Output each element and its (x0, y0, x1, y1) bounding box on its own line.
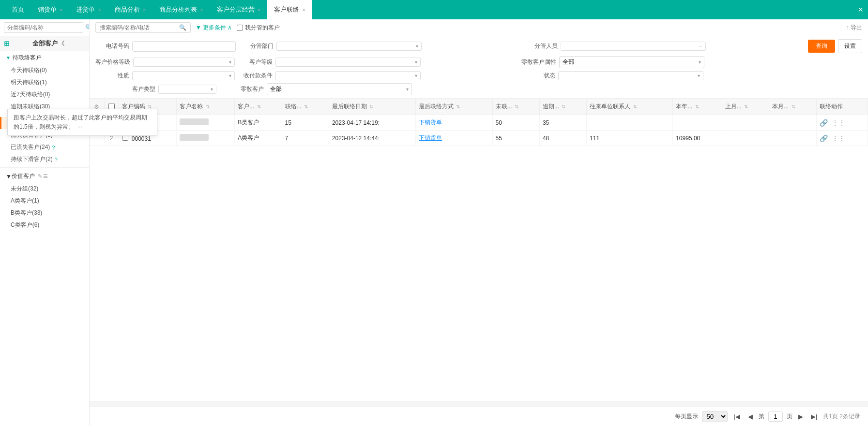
manager-select[interactable]: ··· (561, 42, 706, 51)
sidebar-collapse-button[interactable]: 《 (59, 40, 85, 48)
export-button[interactable]: ↑ 导出 (846, 24, 862, 32)
search-icon[interactable]: 🔍 (179, 24, 186, 31)
tab-close-icon[interactable]: × (258, 7, 260, 13)
tab-close-icon[interactable]: × (200, 7, 203, 13)
sort-icon2[interactable]: ⇅ (206, 104, 210, 109)
col-customer-type: 客户... ⇅ (235, 99, 282, 115)
sidebar-item-class-b[interactable]: B类客户(33) (0, 207, 89, 219)
value-customer-group[interactable]: ▼ 价值客户 ✎ ☰ (0, 170, 89, 183)
dept-field: 分管部门 ▾ (240, 42, 520, 51)
sort-icon7[interactable]: ⇅ (515, 104, 518, 109)
status-select[interactable]: ▾ (558, 71, 703, 80)
more-action-icon[interactable]: ⋮⋮ (832, 119, 845, 127)
sort-icon6[interactable]: ⇅ (456, 104, 460, 109)
manager-field: 分管人员 ··· (524, 42, 804, 51)
tab-close-icon[interactable]: × (143, 7, 146, 13)
settings-button[interactable]: 设置 (838, 39, 862, 53)
window-close-button[interactable]: × (858, 5, 863, 15)
page-input[interactable] (768, 411, 783, 422)
sidebar-item-tomorrow[interactable]: 明天待联络(1) (0, 76, 89, 88)
per-page-select[interactable]: 50 100 200 (702, 411, 728, 422)
dept-label: 分管部门 (240, 42, 274, 50)
already-lost-help-icon[interactable]: ? (52, 145, 55, 150)
chevron-down-icon10: ▾ (406, 87, 409, 92)
tab-product-analysis-list[interactable]: 商品分析列表 × (152, 0, 210, 19)
payment-select[interactable]: ▾ (275, 71, 421, 80)
price-level-field: 客户价格等级 ▾ (95, 58, 235, 67)
action-icon-group2: 🔗 ⋮⋮ (820, 134, 865, 142)
price-level-select[interactable]: ▾ (133, 58, 235, 67)
sidebar-item-class-a[interactable]: A类客户(1) (0, 195, 89, 207)
manage-icon[interactable]: ☰ (43, 173, 48, 179)
chevron-down-icon4: ▾ (415, 59, 417, 65)
sidebar-search-icon[interactable]: 🔍 (85, 24, 90, 31)
sort-icon11[interactable]: ⇅ (744, 104, 748, 109)
filter-row-2: 客户价格等级 ▾ 客户等级 ▾ 零散客户属性 全部 (95, 56, 862, 68)
horizontal-scrollbar[interactable] (90, 401, 868, 407)
last-page-button[interactable]: ▶| (809, 412, 819, 421)
tab-product-analysis[interactable]: 商品分析 × (108, 0, 152, 19)
contact-method-link2[interactable]: 下销货单 (419, 134, 442, 141)
prev-page-button[interactable]: ◀ (746, 412, 755, 421)
link-action-icon[interactable]: 🔗 (820, 119, 828, 127)
tab-customer-contact[interactable]: 客户联络 × (267, 0, 312, 19)
page-label: 第 (759, 412, 764, 421)
retail-customer-select[interactable]: 全部 ▾ (267, 83, 412, 95)
query-button[interactable]: 查询 (808, 40, 835, 53)
gender-select[interactable]: ▾ (132, 71, 235, 80)
tooltip-more-icon[interactable]: ··· (77, 123, 82, 130)
sort-icon10[interactable]: ⇅ (695, 104, 699, 109)
filter-bar: 🔍 ▼ 更多条件 ∧ 我分管的客户 ↑ 导出 (90, 19, 868, 36)
sidebar-item-class-c[interactable]: C类客户(6) (0, 219, 89, 231)
sort-icon5[interactable]: ⇅ (369, 104, 373, 109)
tab-sales-order[interactable]: 销货单 × (31, 0, 69, 19)
col-contact-person: 往来单位联系人 ⇅ (587, 99, 673, 115)
link-action-icon2[interactable]: 🔗 (820, 134, 828, 142)
triangle-icon2: ▼ (6, 173, 12, 180)
row-this-year (673, 115, 722, 131)
my-customer-checkbox-area[interactable]: 我分管的客户 (237, 24, 280, 32)
sidebar-item-already-lost[interactable]: 已流失客户(24) ? (0, 141, 89, 153)
search-input[interactable] (100, 24, 177, 31)
contact-method-link[interactable]: 下销货单 (419, 119, 442, 126)
next-page-button[interactable]: ▶ (796, 412, 805, 421)
row-this-month (769, 115, 816, 131)
row-overdue2: 48 (539, 131, 586, 146)
sort-icon8[interactable]: ⇅ (562, 104, 565, 109)
chevron-down-icon5: ▾ (699, 59, 701, 65)
sidebar-item-today[interactable]: 今天待联络(0) (0, 64, 89, 76)
first-page-button[interactable]: |◀ (731, 412, 742, 421)
tab-close-icon[interactable]: × (98, 7, 101, 13)
sidebar-search-input[interactable] (4, 22, 83, 33)
separator2 (0, 167, 89, 168)
tab-close-icon[interactable]: × (302, 7, 305, 13)
sidebar-item-unclassified[interactable]: 未分组(32) (0, 183, 89, 195)
retail-attr-select[interactable]: 全部 ▾ (559, 56, 704, 68)
sort-icon12[interactable]: ⇅ (792, 104, 795, 109)
sidebar-item-7days[interactable]: 近7天待联络(0) (0, 88, 89, 101)
edit-icon[interactable]: ✎ (38, 173, 42, 179)
row-uncontacted: 50 (492, 115, 539, 131)
dept-select[interactable]: ▾ (276, 42, 422, 51)
tab-home[interactable]: 首页 (5, 0, 31, 19)
customer-type-select[interactable]: ▾ (158, 85, 216, 94)
more-conditions-button[interactable]: ▼ 更多条件 ∧ (196, 24, 232, 32)
declining-help-icon[interactable]: ? (55, 157, 58, 162)
sort-icon9[interactable]: ⇅ (633, 104, 637, 109)
select-all-checkbox[interactable] (108, 103, 115, 109)
more-action-icon2[interactable]: ⋮⋮ (832, 134, 845, 142)
pending-contact-group[interactable]: ▼ 待联络客户 (0, 51, 89, 64)
price-level-label: 客户价格等级 (95, 58, 130, 66)
my-customer-checkbox[interactable] (237, 25, 243, 31)
col-name: 客户名称 ⇅ (177, 99, 235, 115)
tab-purchase-order[interactable]: 进货单 × (69, 0, 107, 19)
tab-customer-layered[interactable]: 客户分层经营 × (210, 0, 267, 19)
tab-close-icon[interactable]: × (60, 7, 62, 13)
payment-field: 收付款条件 ▾ (239, 71, 518, 80)
col-this-month: 本月... ⇅ (769, 99, 816, 115)
customer-level-select[interactable]: ▾ (275, 58, 421, 67)
sort-icon3[interactable]: ⇅ (257, 104, 261, 109)
sidebar-item-declining[interactable]: 持续下滑客户(2) ? (0, 153, 89, 165)
phone-input[interactable] (132, 41, 236, 52)
sort-icon4[interactable]: ⇅ (304, 104, 308, 109)
